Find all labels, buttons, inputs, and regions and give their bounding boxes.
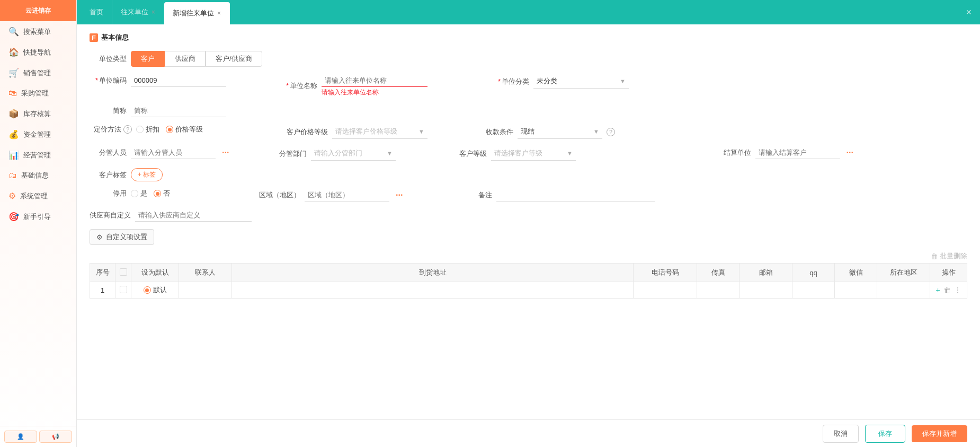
payment-terms-help-icon[interactable]: ?	[607, 128, 615, 136]
phone-input[interactable]	[637, 286, 693, 294]
wechat-input[interactable]	[838, 286, 874, 294]
unit-type-customer-btn[interactable]: 客户	[131, 51, 165, 67]
cell-qq[interactable]	[792, 282, 835, 299]
supervisor-more-btn[interactable]: ···	[220, 148, 231, 157]
purchase-icon: 🛍	[8, 89, 17, 98]
col-contact: 联系人	[179, 264, 232, 282]
supervisor-row: 分管人员 ··· 分管部门 请输入分管部门 ▼ 客户等级 请选择客户等级 ▼ 结…	[90, 146, 967, 161]
unit-name-field: *单位名称 请输入往来单位名称	[280, 74, 471, 97]
sidebar-item-label: 基础信息	[21, 171, 49, 180]
sidebar-item-operation[interactable]: 📊 经营管理	[0, 145, 76, 165]
pricing-price-level-option[interactable]: 价格等级	[166, 125, 203, 134]
short-name-input[interactable]	[131, 104, 226, 117]
sidebar-item-finance[interactable]: 💰 资金管理	[0, 124, 76, 145]
department-select[interactable]: 请输入分管部门 ▼	[311, 146, 396, 161]
customer-price-level-select[interactable]: 请选择客户价格等级 ▼	[332, 125, 427, 139]
batch-delete-label[interactable]: 批量删除	[940, 251, 967, 261]
sidebar-item-label: 资金管理	[23, 130, 51, 139]
unit-type-supplier-btn[interactable]: 供应商	[165, 51, 206, 67]
table-row: 1 默认	[90, 282, 967, 299]
sidebar-item-purchase[interactable]: 🛍 采购管理	[0, 83, 76, 103]
disabled-yes-option[interactable]: 是	[131, 189, 147, 198]
row-checkbox[interactable]	[120, 286, 127, 293]
pricing-discount-option[interactable]: 折扣	[136, 125, 159, 134]
custom-settings-button[interactable]: ⚙ 自定义项设置	[90, 229, 154, 245]
notify-btn[interactable]: 📢	[39, 431, 72, 443]
delete-row-btn[interactable]: 🗑	[943, 286, 951, 294]
col-default: 设为默认	[131, 264, 179, 282]
tab-new-partner[interactable]: 新增往来单位 ×	[164, 2, 230, 24]
settlement-unit-input[interactable]	[755, 146, 840, 159]
tab-close-icon[interactable]: ×	[152, 8, 155, 16]
tab-partners[interactable]: 往来单位 ×	[112, 0, 164, 24]
disabled-radio-group: 是 否	[131, 189, 170, 198]
default-radio-option[interactable]: 默认	[135, 285, 175, 295]
contact-input[interactable]	[182, 286, 228, 294]
save-and-add-button[interactable]: 保存并新增	[912, 425, 967, 442]
cell-email[interactable]	[740, 282, 792, 299]
unit-code-input[interactable]	[131, 74, 226, 87]
cancel-button[interactable]: 取消	[823, 425, 859, 443]
scroll-btn[interactable]: ⋮	[954, 286, 961, 294]
chevron-down-icon3: ▼	[593, 128, 599, 135]
disabled-yes-radio[interactable]	[131, 190, 138, 197]
supervisor-input[interactable]	[131, 146, 216, 159]
custom-settings-label: 自定义项设置	[106, 232, 147, 242]
close-all-button[interactable]: ×	[961, 7, 976, 18]
pricing-help-icon[interactable]: ?	[123, 125, 132, 134]
default-radio[interactable]	[144, 286, 151, 294]
col-address: 到货地址	[232, 264, 634, 282]
remark-input[interactable]	[496, 189, 655, 201]
sidebar: 云进销存 🔍 搜索菜单 🏠 快捷导航 🛒 销售管理 🛍 采购管理 📦 库存核算 …	[0, 0, 77, 447]
cell-fax[interactable]	[697, 282, 740, 299]
sidebar-item-sales[interactable]: 🛒 销售管理	[0, 63, 76, 83]
sidebar-item-inventory[interactable]: 📦 库存核算	[0, 103, 76, 124]
cell-region[interactable]	[877, 282, 930, 299]
supplier-custom-input[interactable]	[135, 209, 252, 222]
pricing-discount-radio[interactable]	[136, 126, 144, 133]
customer-price-level-placeholder: 请选择客户价格等级	[335, 127, 397, 136]
sidebar-item-basic[interactable]: 🗂 基础信息	[0, 165, 76, 186]
fax-input[interactable]	[700, 286, 736, 294]
qq-input[interactable]	[796, 286, 831, 294]
cell-wechat[interactable]	[835, 282, 877, 299]
add-row-btn[interactable]: +	[936, 286, 940, 294]
add-tag-button[interactable]: + 标签	[131, 168, 163, 181]
sidebar-item-quicknav[interactable]: 🏠 快捷导航	[0, 42, 76, 63]
save-button[interactable]: 保存	[865, 425, 905, 443]
cell-address[interactable]	[232, 282, 634, 299]
sidebar-item-label: 快捷导航	[23, 48, 51, 57]
disabled-no-option[interactable]: 否	[154, 189, 170, 198]
customer-level-select[interactable]: 请选择客户等级 ▼	[491, 146, 576, 161]
guide-icon: 🎯	[8, 212, 19, 222]
chevron-down-icon2: ▼	[418, 128, 424, 135]
tab-home[interactable]: 首页	[81, 0, 112, 24]
region-more-btn[interactable]: ···	[394, 190, 405, 200]
settlement-unit-more-btn[interactable]: ···	[844, 148, 856, 157]
user-btn[interactable]: 👤	[4, 431, 37, 443]
sidebar-item-label: 新手引导	[23, 212, 51, 222]
cell-contact[interactable]	[179, 282, 232, 299]
payment-terms-select[interactable]: 现结 ▼	[518, 125, 602, 139]
cell-phone[interactable]	[634, 282, 697, 299]
unit-name-input[interactable]	[322, 74, 427, 87]
address-input[interactable]	[235, 286, 630, 294]
email-input[interactable]	[743, 286, 789, 294]
region-input[interactable]	[305, 189, 389, 201]
unit-category-select[interactable]: 未分类 ▼	[533, 74, 629, 89]
row-region-input[interactable]	[880, 286, 926, 294]
short-name-field: 简称	[90, 104, 280, 117]
col-check	[115, 264, 131, 282]
sidebar-item-guide[interactable]: 🎯 新手引导	[0, 206, 76, 227]
settlement-unit-field: 结算单位 ···	[714, 146, 968, 159]
tab-close-active-icon[interactable]: ×	[217, 10, 221, 17]
pricing-price-level-radio[interactable]	[166, 126, 173, 133]
sidebar-item-search[interactable]: 🔍 搜索菜单	[0, 21, 76, 42]
disabled-no-radio[interactable]	[154, 190, 161, 197]
unit-type-both-btn[interactable]: 客户/供应商	[206, 51, 262, 67]
section-title: F 基本信息	[90, 33, 967, 42]
sidebar-item-system[interactable]: ⚙ 系统管理	[0, 186, 76, 206]
header-checkbox[interactable]	[120, 268, 127, 276]
sidebar-item-label: 经营管理	[23, 151, 51, 160]
sales-icon: 🛒	[8, 68, 19, 78]
